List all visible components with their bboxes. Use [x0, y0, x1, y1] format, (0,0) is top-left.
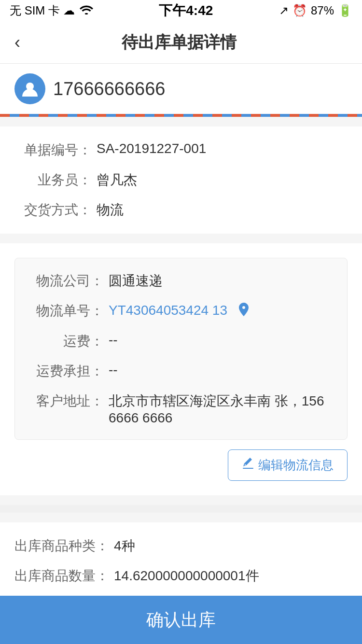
edit-logistics-label: 编辑物流信息	[258, 457, 334, 474]
status-left: 无 SIM 卡 ☁	[10, 3, 93, 18]
wifi-icon	[80, 4, 93, 17]
order-number-row: 单据编号： SA-20191227-001	[14, 141, 348, 159]
tracking-value: YT43064053424 13	[104, 302, 335, 321]
logistics-company-label: 物流公司：	[27, 272, 104, 290]
stock-quantity-row: 出库商品数量： 14.620000000000001件	[14, 567, 348, 585]
stock-category-label: 出库商品种类：	[14, 537, 109, 555]
edit-logistics-container: 编辑物流信息	[14, 449, 348, 481]
freight-value: --	[104, 332, 335, 348]
customer-row: 17666666666	[0, 64, 362, 114]
alarm-icon: ⏰	[292, 4, 307, 17]
salesman-value: 曾凡杰	[92, 171, 348, 189]
address-label: 客户地址：	[27, 392, 104, 410]
status-right: ↗ ⏰ 87% 🔋	[279, 4, 352, 17]
tracking-number-row: 物流单号： YT43064053424 13	[27, 302, 335, 321]
freight-bear-label: 运费承担：	[27, 362, 104, 380]
user-icon	[21, 80, 39, 98]
stock-category-row: 出库商品种类： 4种	[14, 537, 348, 555]
address-row: 客户地址： 北京市市辖区海淀区永丰南 张，156 6666 6666	[27, 392, 335, 426]
svg-rect-1	[243, 468, 253, 469]
freight-bear-row: 运费承担： --	[27, 362, 335, 380]
stock-quantity-label: 出库商品数量：	[14, 567, 109, 585]
battery-text: 87%	[311, 4, 334, 17]
location-pin-icon[interactable]	[236, 302, 251, 321]
sim-text: 无 SIM 卡 ☁	[10, 3, 75, 18]
back-button[interactable]: ‹	[14, 32, 20, 53]
avatar	[14, 73, 45, 104]
status-bar: 无 SIM 卡 ☁ 下午4:42 ↗ ⏰ 87% 🔋	[0, 0, 362, 21]
section-divider	[0, 505, 362, 513]
location-icon: ↗	[279, 4, 289, 17]
freight-label: 运费：	[27, 332, 104, 350]
stock-category-value: 4种	[109, 537, 348, 555]
tracking-label: 物流单号：	[27, 302, 104, 320]
confirm-bar[interactable]: 确认出库	[0, 596, 362, 644]
battery-icon: 🔋	[338, 4, 352, 17]
address-value: 北京市市辖区海淀区永丰南 张，156 6666 6666	[104, 392, 335, 426]
logistics-card: 物流公司： 圆通速递 物流单号： YT43064053424 13 运费： --	[14, 258, 348, 440]
freight-row: 运费： --	[27, 332, 335, 350]
logistics-company-value: 圆通速递	[104, 272, 335, 290]
order-info-section: 单据编号： SA-20191227-001 业务员： 曾凡杰 交货方式： 物流	[0, 126, 362, 234]
stock-quantity-value: 14.620000000000001件	[109, 567, 348, 585]
dashed-separator	[0, 114, 362, 117]
status-time: 下午4:42	[159, 1, 213, 20]
logistics-section: 物流公司： 圆通速递 物流单号： YT43064053424 13 运费： --	[0, 243, 362, 495]
order-number-value: SA-20191227-001	[92, 141, 348, 156]
logistics-company-row: 物流公司： 圆通速递	[27, 272, 335, 290]
nav-bar: ‹ 待出库单据详情	[0, 21, 362, 64]
delivery-value: 物流	[92, 201, 348, 219]
delivery-row: 交货方式： 物流	[14, 201, 348, 219]
salesman-label: 业务员：	[14, 171, 92, 189]
freight-bear-value: --	[104, 362, 335, 378]
edit-logistics-button[interactable]: 编辑物流信息	[228, 449, 348, 481]
confirm-button-label: 确认出库	[146, 608, 216, 632]
order-number-label: 单据编号：	[14, 141, 92, 159]
page-title: 待出库单据详情	[30, 31, 328, 54]
edit-icon	[242, 457, 254, 473]
delivery-label: 交货方式：	[14, 201, 92, 219]
salesman-row: 业务员： 曾凡杰	[14, 171, 348, 189]
customer-phone: 17666666666	[53, 79, 165, 99]
